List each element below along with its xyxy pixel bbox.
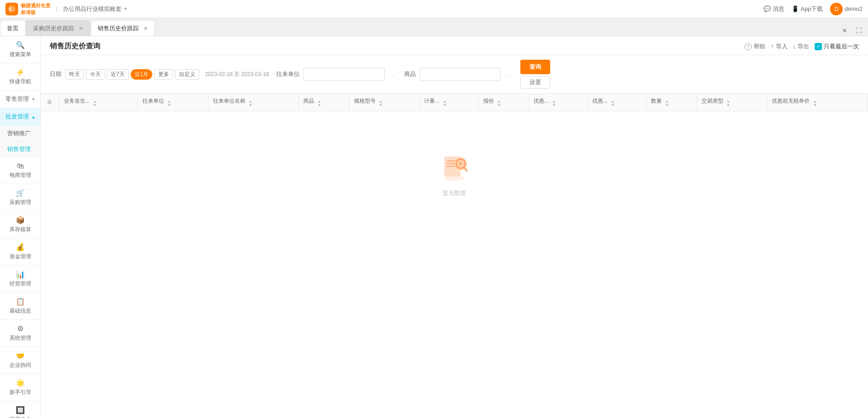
app-download-icon: 📱: [792, 5, 799, 12]
col-discount2-sort: ▲▼: [611, 100, 614, 107]
import-btn[interactable]: ↑ 导入: [771, 43, 788, 51]
empty-state: 暂无数据: [41, 111, 868, 233]
date-btn-7days[interactable]: 近7天: [107, 69, 129, 80]
tab-purchase-history[interactable]: 采购历史价跟踪 ✕: [26, 20, 90, 36]
sidebar-item-new-guide[interactable]: 🌟 新手引导: [0, 374, 40, 401]
svg-point-10: [459, 162, 462, 166]
sidebar-item-retail-mgmt[interactable]: 零售管理 ▾: [0, 90, 40, 108]
tab-sales-history[interactable]: 销售历史价跟踪 ✕: [91, 20, 155, 36]
table-header: ⚙ 业务发生... ▲▼ 往来单位 ▲▼ 往来单位名称 ▲▼: [41, 94, 868, 111]
sidebar-item-app-center[interactable]: 🔲 应用中心: [0, 401, 40, 418]
col-product-label: 商品: [303, 98, 314, 104]
partner-input[interactable]: [303, 68, 385, 81]
col-trade-type-label: 交易类型: [702, 98, 723, 104]
filter-settings-btn[interactable]: 设置: [520, 76, 550, 89]
breadcrumb-divider: |: [56, 5, 57, 12]
help-icon: ?: [745, 43, 752, 50]
empty-icon: [436, 147, 472, 184]
sidebar-item-enterprise-cooperation[interactable]: 🤝 企业协同: [0, 347, 40, 374]
user-profile-btn[interactable]: D demo2: [830, 3, 863, 15]
ecommerce-icon: 🛍: [17, 162, 24, 170]
date-btn-custom[interactable]: 自定义: [175, 69, 199, 80]
col-price[interactable]: 报价 ▲▼: [478, 94, 528, 111]
col-unit[interactable]: 计量... ▲▼: [420, 94, 478, 111]
app-title-area[interactable]: 办公用品行业模拟账套 ▾: [63, 5, 127, 13]
finance-mgmt-icon: 💰: [16, 243, 25, 252]
col-product-sort: ▲▼: [317, 100, 321, 107]
page-title: 销售历史价查询: [50, 42, 100, 51]
date-btn-1month[interactable]: 近1月: [131, 69, 153, 80]
help-label: 帮助: [754, 43, 765, 51]
col-trade-type[interactable]: 交易类型 ▲▼: [697, 94, 767, 111]
app-title: 办公用品行业模拟账套: [63, 5, 122, 13]
sidebar-item-system-mgmt[interactable]: ⚙ 系统管理: [0, 320, 40, 347]
sidebar-item-quick-nav[interactable]: ⚡ 快捷导航: [0, 63, 40, 90]
marketing-label: 营销推广: [7, 129, 31, 138]
col-trade-type-sort: ▲▼: [726, 100, 730, 107]
sidebar-item-purchase-mgmt[interactable]: 🛒 采购管理: [0, 184, 40, 211]
date-btn-more[interactable]: 更多: [154, 69, 173, 80]
app-dropdown-arrow[interactable]: ▾: [124, 6, 127, 12]
export-btn[interactable]: ↓ 导出: [793, 43, 810, 51]
content-area: 销售历史价查询 ? 帮助 ↑ 导入 ↓ 导出 ✓ 只看最后一次: [41, 36, 868, 418]
system-mgmt-icon: ⚙: [17, 324, 24, 333]
col-spec-sort: ▲▼: [379, 100, 382, 107]
app-download-btn[interactable]: 📱 App下载: [792, 5, 823, 13]
wholesale-mgmt-expand-icon: ▴: [32, 114, 35, 120]
query-btn[interactable]: 查询: [520, 60, 550, 74]
tab-home[interactable]: 首页: [0, 20, 25, 36]
col-partner-name[interactable]: 往来单位名称 ▲▼: [208, 94, 298, 111]
date-btn-yesterday[interactable]: 昨天: [65, 69, 84, 80]
table-container: ⚙ 业务发生... ▲▼ 往来单位 ▲▼ 往来单位名称 ▲▼: [41, 94, 868, 418]
col-unit-sort: ▲▼: [443, 100, 447, 107]
filter-row: 日期 昨天 今天 近7天 近1月 更多 自定义 2023-02-18 至 202…: [50, 60, 859, 89]
tab-purchase-history-close[interactable]: ✕: [79, 25, 83, 32]
col-qty[interactable]: 数量 ▲▼: [646, 94, 697, 111]
col-pre-tax-price-label: 优惠前无税单价: [772, 98, 810, 104]
only-last-checkbox[interactable]: ✓ 只看最后一次: [815, 43, 859, 51]
maximize-btn[interactable]: ⛶: [854, 25, 864, 36]
import-label: 导入: [776, 43, 788, 51]
tab-bar-actions: ✕ ⛶: [839, 25, 868, 36]
col-pre-tax-price-sort: ▲▼: [813, 100, 817, 107]
col-partner-code[interactable]: 往来单位 ▲▼: [137, 94, 208, 111]
col-discount2[interactable]: 优惠... ▲▼: [588, 94, 646, 111]
col-product[interactable]: 商品 ▲▼: [299, 94, 349, 111]
partner-dots-btn[interactable]: ...: [388, 71, 397, 78]
col-biz-date[interactable]: 业务发生... ▲▼: [59, 94, 137, 111]
only-last-label: 只看最后一次: [824, 43, 859, 51]
sidebar-item-wholesale-mgmt[interactable]: 批发管理 ▴: [0, 108, 40, 126]
help-btn[interactable]: ? 帮助: [745, 43, 765, 51]
close-all-tabs-btn[interactable]: ✕: [839, 25, 850, 36]
col-spec[interactable]: 规格型号 ▲▼: [349, 94, 420, 111]
message-btn[interactable]: 💬 消息: [764, 5, 784, 13]
message-icon: 💬: [764, 5, 771, 12]
sidebar-item-marketing[interactable]: 营销推广: [0, 126, 40, 142]
col-pre-tax-price[interactable]: 优惠前无税单价 ▲▼: [767, 94, 868, 111]
finance-mgmt-label: 资金管理: [9, 253, 31, 261]
col-discount1[interactable]: 优惠... ▲▼: [528, 94, 587, 111]
sidebar-item-search-menu[interactable]: 🔍 搜索菜单: [0, 36, 40, 63]
date-filter: 日期 昨天 今天 近7天 近1月 更多 自定义 2023-02-18 至 202…: [50, 69, 269, 80]
sidebar-item-inventory[interactable]: 📦 库存核算: [0, 211, 40, 238]
sidebar-item-sales-mgmt[interactable]: 销售管理: [0, 142, 40, 157]
filter-actions: 查询 设置: [520, 60, 550, 89]
quick-nav-label: 快捷导航: [9, 78, 31, 86]
purchase-mgmt-icon: 🛒: [16, 189, 25, 197]
col-partner-name-label: 往来单位名称: [213, 98, 245, 104]
col-price-label: 报价: [483, 98, 494, 104]
col-settings-icon[interactable]: ⚙: [47, 99, 52, 105]
export-label: 导出: [797, 43, 809, 51]
sidebar-item-operations-mgmt[interactable]: 📊 经营管理: [0, 266, 40, 293]
product-dots-btn[interactable]: ...: [505, 71, 513, 78]
sidebar-item-finance-mgmt[interactable]: 💰 资金管理: [0, 238, 40, 266]
avatar: D: [830, 3, 843, 15]
sidebar-item-ecommerce[interactable]: 🛍 电商管理: [0, 157, 40, 184]
search-menu-label: 搜索菜单: [9, 51, 31, 58]
date-btn-today[interactable]: 今天: [86, 69, 105, 80]
user-name-label: demo2: [844, 5, 863, 12]
col-qty-sort: ▲▼: [665, 100, 669, 107]
product-input[interactable]: [420, 68, 501, 81]
sidebar-item-basic-info[interactable]: 📋 基础信息: [0, 293, 40, 320]
tab-sales-history-close[interactable]: ✕: [143, 25, 148, 32]
